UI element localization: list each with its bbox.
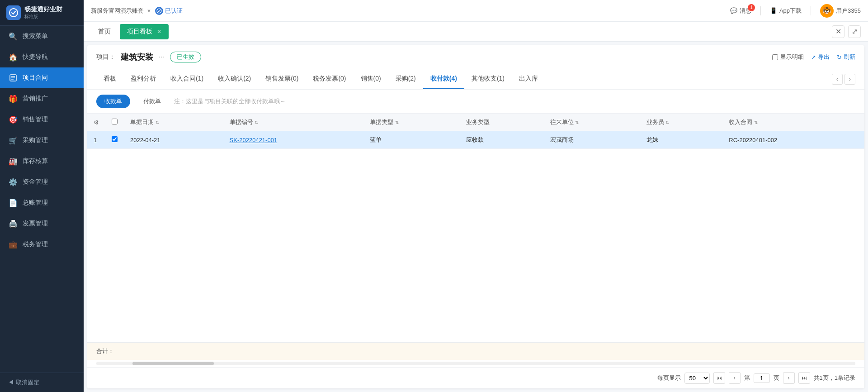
sub-nav-income-contract[interactable]: 收入合同(1) bbox=[163, 69, 211, 89]
page-input[interactable] bbox=[754, 373, 770, 383]
tab-home-label: 首页 bbox=[98, 28, 111, 35]
sidebar-item-tax[interactable]: 💼 税务管理 bbox=[0, 234, 84, 255]
total-label: 合计： bbox=[96, 347, 114, 355]
sidebar-item-label: 资金管理 bbox=[23, 178, 48, 186]
prev-page-btn[interactable]: ‹ bbox=[729, 372, 741, 384]
filter-receipt-btn[interactable]: 收款单 bbox=[96, 95, 130, 108]
scrollbar-thumb[interactable] bbox=[132, 362, 214, 365]
table-row[interactable]: 1 2022-04-21 SK-20220421-001 蓝单 应收款 宏茂商场… bbox=[87, 131, 864, 149]
th-number[interactable]: 单据编号 ⇅ bbox=[223, 114, 363, 131]
tab-close-icon[interactable]: ✕ bbox=[157, 29, 161, 35]
sub-nav-prev-arrow[interactable]: ‹ bbox=[832, 74, 843, 85]
sidebar-logo: 畅捷通好业财 标准版 bbox=[0, 0, 84, 26]
prev-page-icon: ‹ bbox=[734, 375, 736, 381]
close-window-btn[interactable]: ✕ bbox=[832, 25, 844, 38]
row-checkbox-cell[interactable] bbox=[105, 131, 124, 149]
next-page-btn[interactable]: › bbox=[783, 372, 795, 384]
sales-icon: 🎯 bbox=[8, 115, 18, 124]
sub-nav-board-label: 看板 bbox=[104, 75, 116, 82]
scrollbar-track bbox=[96, 362, 855, 365]
user-menu[interactable]: 🐯 用户3355 bbox=[820, 4, 861, 18]
row-number[interactable]: SK-20220421-001 bbox=[223, 131, 363, 149]
sub-nav-tax-invoice[interactable]: 税务发票(0) bbox=[306, 69, 353, 89]
sidebar-item-label: 税务管理 bbox=[23, 240, 48, 249]
certified-text: 已认证 bbox=[165, 7, 183, 15]
sub-nav-other-income[interactable]: 其他收支(1) bbox=[464, 69, 512, 89]
search-icon: 🔍 bbox=[8, 31, 18, 41]
th-partner[interactable]: 往来单位 ⇅ bbox=[544, 114, 640, 131]
sidebar-item-ledger[interactable]: 📄 总账管理 bbox=[0, 192, 84, 213]
th-salesman[interactable]: 业务员 ⇅ bbox=[640, 114, 723, 131]
sidebar-item-invoice[interactable]: 🖨️ 发票管理 bbox=[0, 213, 84, 234]
refresh-btn[interactable]: ↻ 刷新 bbox=[837, 53, 855, 61]
table-checkbox-th[interactable] bbox=[105, 114, 124, 131]
sidebar-item-search[interactable]: 🔍 搜索菜单 bbox=[0, 26, 84, 47]
page-content: 项目： 建筑安装 ··· 已生效 显示明细 ↗ 导出 ↻ 刷新 bbox=[87, 45, 864, 388]
first-page-btn[interactable]: ⏮ bbox=[713, 372, 725, 384]
project-status-badge: 已生效 bbox=[170, 52, 201, 62]
sub-nav-purchase[interactable]: 采购(2) bbox=[388, 69, 423, 89]
sidebar-item-purchase[interactable]: 🛒 采购管理 bbox=[0, 130, 84, 151]
show-detail-checkbox[interactable]: 显示明细 bbox=[772, 53, 804, 61]
sub-nav-tax-invoice-label: 税务发票(0) bbox=[313, 75, 346, 82]
sidebar-item-funds[interactable]: ⚙️ 资金管理 bbox=[0, 172, 84, 192]
per-page-select[interactable]: 50 100 200 bbox=[684, 373, 710, 384]
table-header-row: ⚙ 单据日期 ⇅ 单据编号 ⇅ bbox=[87, 114, 864, 131]
sidebar: 畅捷通好业财 标准版 🔍 搜索菜单 🏠 快捷导航 项目合同 🎁 bbox=[0, 0, 84, 392]
sub-nav-sales-invoice[interactable]: 销售发票(0) bbox=[258, 69, 306, 89]
sub-nav-income-confirm[interactable]: 收入确认(2) bbox=[211, 69, 258, 89]
total-info: 共1页，1条记录 bbox=[814, 374, 855, 382]
sidebar-item-marketing[interactable]: 🎁 营销推广 bbox=[0, 88, 84, 109]
horizontal-scrollbar[interactable] bbox=[87, 360, 864, 367]
project-more-btn[interactable]: ··· bbox=[159, 53, 165, 61]
filter-payment-btn[interactable]: 付款单 bbox=[135, 94, 170, 109]
unpin-label: ◀ 取消固定 bbox=[8, 378, 39, 387]
main-area: 新服务官网演示账套 ▼ 已认证 💬 消息 1 📱 bbox=[84, 0, 868, 392]
th-income-contract[interactable]: 收入合同 ⇅ bbox=[722, 114, 864, 131]
app-download-button[interactable]: 📱 App下载 bbox=[770, 7, 802, 15]
unpin-button[interactable]: ◀ 取消固定 bbox=[0, 373, 84, 392]
th-date[interactable]: 单据日期 ⇅ bbox=[124, 114, 223, 131]
maximize-window-btn[interactable]: ⤢ bbox=[848, 25, 861, 38]
sub-nav-warehouse[interactable]: 出入库 bbox=[512, 69, 545, 89]
th-type[interactable]: 单据类型 ⇅ bbox=[363, 114, 460, 131]
sub-nav-sales[interactable]: 销售(0) bbox=[354, 69, 388, 89]
sidebar-item-label: 总账管理 bbox=[23, 199, 48, 207]
sub-nav-board[interactable]: 看板 bbox=[96, 69, 123, 89]
sort-number-icon: ⇅ bbox=[255, 120, 258, 125]
table-footer: 合计： bbox=[87, 342, 864, 360]
row-partner: 宏茂商场 bbox=[544, 131, 640, 149]
sidebar-item-sales[interactable]: 🎯 销售管理 bbox=[0, 109, 84, 130]
table-settings-th[interactable]: ⚙ bbox=[87, 114, 105, 131]
account-selector[interactable]: 新服务官网演示账套 ▼ bbox=[91, 7, 151, 15]
sort-date-icon: ⇅ bbox=[156, 120, 159, 125]
last-page-btn[interactable]: ⏭ bbox=[798, 372, 810, 384]
tab-home[interactable]: 首页 bbox=[91, 24, 118, 39]
row-number-link[interactable]: SK-20220421-001 bbox=[230, 137, 278, 143]
phone-icon: 📱 bbox=[770, 7, 777, 14]
th-partner-label: 往来单位 bbox=[550, 119, 574, 125]
sidebar-item-quick-nav[interactable]: 🏠 快捷导航 bbox=[0, 47, 84, 67]
home-icon: 🏠 bbox=[8, 52, 18, 62]
sub-nav-income-confirm-label: 收入确认(2) bbox=[218, 75, 251, 82]
select-all-checkbox[interactable] bbox=[112, 119, 118, 124]
show-detail-input[interactable] bbox=[772, 54, 778, 60]
tab-project-board[interactable]: 项目看板 ✕ bbox=[120, 24, 169, 39]
refresh-icon: ↻ bbox=[837, 54, 842, 61]
sub-nav-purchase-label: 采购(2) bbox=[396, 75, 416, 82]
logo-text-block: 畅捷通好业财 标准版 bbox=[24, 5, 62, 20]
export-btn[interactable]: ↗ 导出 bbox=[811, 53, 830, 61]
sub-nav-profit[interactable]: 盈利分析 bbox=[123, 69, 163, 89]
row-checkbox[interactable] bbox=[112, 136, 118, 142]
filter-bar: 收款单 付款单 注：这里是与项目关联的全部收付款单哦～ bbox=[87, 90, 864, 114]
sub-nav-receipt[interactable]: 收付款(4) bbox=[423, 69, 464, 89]
sidebar-item-label: 快捷导航 bbox=[23, 53, 48, 61]
sidebar-item-label: 搜索菜单 bbox=[23, 32, 48, 40]
sidebar-item-label: 营销推广 bbox=[23, 95, 48, 103]
sidebar-item-inventory[interactable]: 🏭 库存核算 bbox=[0, 151, 84, 172]
message-button[interactable]: 💬 消息 1 bbox=[730, 7, 751, 15]
divider bbox=[760, 6, 761, 15]
sub-nav-next-arrow[interactable]: › bbox=[844, 74, 855, 85]
app-title: 畅捷通好业财 bbox=[24, 5, 62, 14]
sidebar-item-project-contract[interactable]: 项目合同 bbox=[0, 67, 84, 88]
